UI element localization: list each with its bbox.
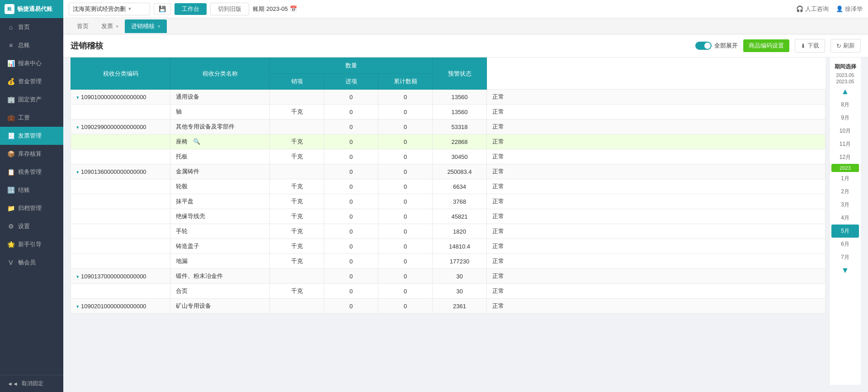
col-header-quantity-group: 数量: [270, 58, 433, 74]
cell-total: 6634: [433, 179, 487, 194]
unpin-button[interactable]: ◄◄ 取消固定: [0, 375, 63, 392]
month-6[interactable]: 6月: [831, 238, 859, 251]
cell-purchase: 0: [378, 134, 433, 149]
tab-invoice-close[interactable]: ×: [116, 24, 118, 29]
cell-purchase: 0: [378, 179, 433, 194]
month-8[interactable]: 8月: [831, 98, 859, 111]
sidebar-item-guide[interactable]: 🌟 新手引导: [0, 235, 63, 253]
table-row: 绝缘导线壳 千克 0 0 45821 正常: [71, 209, 826, 224]
sidebar-logo: 账 畅捷通易代账: [0, 0, 63, 18]
table-container: 税收分类编码 税收分类名称 数量 预警状态 销项 进项 累计数额 ▾1090: [63, 57, 868, 392]
expand-icon[interactable]: ▾: [76, 169, 79, 175]
cell-unit: 千克: [270, 179, 324, 194]
cell-purchase: 0: [378, 224, 433, 239]
month-3[interactable]: 3月: [831, 198, 859, 211]
cell-total: 3768: [433, 194, 487, 209]
refresh-label: 刷新: [843, 42, 855, 50]
cell-status: 正常: [487, 239, 826, 254]
cell-purchase: 0: [378, 269, 433, 284]
sidebar-item-reports[interactable]: 📊 报表中心: [0, 54, 63, 72]
sidebar-label-funds: 资金管理: [18, 77, 42, 86]
search-icon[interactable]: 🔍: [193, 138, 200, 145]
month-9[interactable]: 9月: [831, 111, 859, 124]
workbench-button[interactable]: 工作台: [175, 3, 207, 15]
cell-status: 正常: [487, 194, 826, 209]
month-12[interactable]: 12月: [831, 151, 859, 164]
support-label: 人工咨询: [805, 5, 829, 13]
company-selector[interactable]: 沈海英测试经营勿删 ▼: [69, 3, 150, 15]
sidebar-item-funds[interactable]: 💰 资金管理: [0, 72, 63, 91]
cell-name: 通用设备: [170, 90, 270, 105]
sidebar-item-salary[interactable]: 💼 工资: [0, 109, 63, 127]
sidebar-item-archive[interactable]: 📁 归档管理: [0, 199, 63, 217]
tab-invoice[interactable]: 发票 ×: [95, 19, 125, 33]
unpin-label: 取消固定: [22, 380, 43, 387]
item-name: 矿山专用设备: [176, 302, 211, 309]
sidebar-item-inventory[interactable]: 📦 库存核算: [0, 145, 63, 163]
sidebar-item-settings[interactable]: ⚙ 设置: [0, 217, 63, 235]
month-4[interactable]: 4月: [831, 211, 859, 225]
sidebar-item-settlement[interactable]: 🔢 结账: [0, 181, 63, 199]
scroll-up-arrow[interactable]: ▲: [840, 85, 851, 98]
user-profile[interactable]: 👤 徐泽华: [836, 5, 863, 13]
cell-unit: 千克: [270, 284, 324, 299]
period-selector[interactable]: 账期 2023-05 📅: [253, 5, 297, 13]
old-version-button[interactable]: 切到旧版: [210, 3, 249, 15]
reports-icon: 📊: [7, 60, 14, 67]
cell-name: 铸造盖子: [170, 239, 270, 254]
refresh-button[interactable]: ↻ 刷新: [830, 39, 861, 53]
cell-unit: [270, 164, 324, 179]
cell-total: 250083.4: [433, 164, 487, 179]
expand-icon[interactable]: ▾: [76, 304, 79, 309]
table-row: 抹平盘 千克 0 0 3768 正常: [71, 194, 826, 209]
tab-home[interactable]: 首页: [71, 19, 95, 33]
month-7[interactable]: 7月: [831, 251, 859, 264]
table-row: 合页 千克 0 0 30 正常: [71, 284, 826, 299]
cell-unit: 千克: [270, 239, 324, 254]
side-panel: ✕ ⤢ 期间选择 2023.05 2023.05 ▲ 8月 9月 10月 11月…: [829, 57, 861, 385]
cell-status: 正常: [487, 134, 826, 149]
download-button[interactable]: ⬇ 下载: [795, 39, 825, 53]
save-draft-button[interactable]: 💾: [154, 3, 171, 14]
year-2023: 2023: [831, 164, 859, 172]
data-table: 税收分类编码 税收分类名称 数量 预警状态 销项 进项 累计数额 ▾1090: [71, 57, 826, 314]
item-name: 地漏: [176, 258, 188, 264]
sidebar-item-home[interactable]: ⌂ 首页: [0, 18, 63, 36]
cell-total: 1820: [433, 224, 487, 239]
cell-code: [71, 194, 170, 209]
tab-check[interactable]: 进销稽核 ×: [125, 19, 166, 33]
sidebar-item-member[interactable]: V 畅会员: [0, 253, 63, 272]
cell-code: ▾10902990000000000000: [71, 120, 170, 134]
expand-icon[interactable]: ▾: [76, 124, 79, 130]
cell-sale: 0: [324, 269, 378, 284]
toggle-switch[interactable]: [695, 42, 712, 50]
cell-status: 正常: [487, 120, 826, 134]
cell-unit: 千克: [270, 134, 324, 149]
month-10[interactable]: 10月: [831, 124, 859, 138]
sidebar-item-tax[interactable]: 📋 税务管理: [0, 163, 63, 181]
month-5[interactable]: 5月: [831, 225, 859, 238]
sidebar-item-invoice[interactable]: 🧾 发票管理: [0, 127, 63, 145]
refresh-icon: ↻: [836, 43, 841, 49]
tab-check-close[interactable]: ×: [157, 24, 160, 29]
cell-unit: 千克: [270, 149, 324, 164]
month-1[interactable]: 1月: [831, 172, 859, 185]
cell-sale: 0: [324, 254, 378, 269]
scroll-down-arrow[interactable]: ▼: [840, 264, 851, 277]
sidebar-item-fixed-assets[interactable]: 🏢 固定资产: [0, 91, 63, 109]
cell-unit: 千克: [270, 209, 324, 224]
support-button[interactable]: 🎧 人工咨询: [796, 5, 829, 13]
month-2[interactable]: 2月: [831, 185, 859, 198]
sidebar-item-ledger[interactable]: ≡ 总账: [0, 36, 63, 54]
table-row: ▾10901360000000000000 金属铸件 0 0 250083.4 …: [71, 164, 826, 179]
table-row: ▾10901370000000000000 锻件、粉末冶金件 0 0 30 正常: [71, 269, 826, 284]
toggle-all[interactable]: 全部展开: [695, 42, 738, 50]
cell-total: 13560: [433, 90, 487, 105]
month-11[interactable]: 11月: [831, 138, 859, 151]
home-icon: ⌂: [7, 24, 14, 31]
cell-status: 正常: [487, 269, 826, 284]
expand-icon[interactable]: ▾: [76, 95, 79, 100]
cell-total: 13560: [433, 105, 487, 120]
expand-icon[interactable]: ▾: [76, 274, 79, 279]
product-code-button[interactable]: 商品编码设置: [743, 39, 789, 52]
